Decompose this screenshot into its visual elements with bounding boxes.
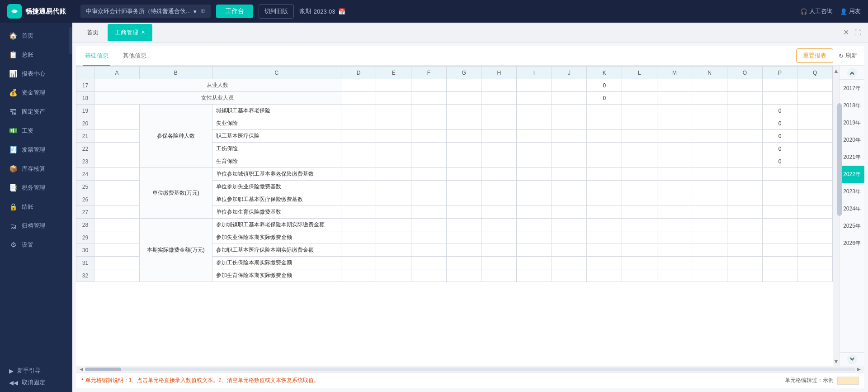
cell-b-19[interactable]: 参保各险种人数 <box>139 105 212 168</box>
cell-a-21[interactable] <box>94 130 140 143</box>
cell-I-27[interactable] <box>517 206 552 219</box>
tab-bizreg[interactable]: 工商管理 ✕ <box>108 24 152 41</box>
cell-I-29[interactable] <box>517 231 552 244</box>
cell-a-18[interactable]: 女性从业人员 <box>94 92 341 105</box>
cell-F-18[interactable] <box>411 92 447 105</box>
cell-F-22[interactable] <box>411 143 447 155</box>
cell-c-31[interactable]: 参加工伤保险本期实际缴费金额 <box>212 257 341 269</box>
cell-J-21[interactable] <box>552 130 587 143</box>
cell-G-18[interactable] <box>446 92 481 105</box>
cell-P-23[interactable]: 0 <box>762 155 797 168</box>
cell-J-20[interactable] <box>552 117 587 130</box>
cell-M-21[interactable] <box>657 130 692 143</box>
cell-P-25[interactable] <box>762 181 797 193</box>
cell-c-25[interactable]: 单位参加失业保险缴费基数 <box>212 181 341 193</box>
cell-a-25[interactable] <box>94 181 140 193</box>
cell-Q-26[interactable] <box>797 193 833 206</box>
year-item[interactable]: 2021年 <box>840 148 864 166</box>
cell-K-29[interactable] <box>587 231 622 244</box>
cell-N-18[interactable] <box>692 92 727 105</box>
year-item[interactable]: 2017年 <box>840 80 864 97</box>
cell-Q-20[interactable] <box>797 117 833 130</box>
cell-L-30[interactable] <box>622 244 657 257</box>
sidebar-item-report[interactable]: 📊 报表中心 <box>0 64 72 83</box>
cell-I-26[interactable] <box>517 193 552 206</box>
cell-H-22[interactable] <box>481 143 517 155</box>
cell-P-31[interactable] <box>762 257 797 269</box>
cell-Q-22[interactable] <box>797 143 833 155</box>
cell-J-28[interactable] <box>552 219 587 231</box>
cell-K-19[interactable] <box>587 105 622 117</box>
cell-K-31[interactable] <box>587 257 622 269</box>
cell-Q-25[interactable] <box>797 181 833 193</box>
cell-N-27[interactable] <box>692 206 727 219</box>
cell-F-32[interactable] <box>411 269 447 282</box>
cell-I-25[interactable] <box>517 181 552 193</box>
cell-F-26[interactable] <box>411 193 447 206</box>
cell-M-28[interactable] <box>657 219 692 231</box>
cell-E-31[interactable] <box>376 257 411 269</box>
sidebar-item-capital[interactable]: 💰 资金管理 <box>0 83 72 102</box>
cell-a-20[interactable] <box>94 117 140 130</box>
cell-L-18[interactable] <box>622 92 657 105</box>
cell-Q-18[interactable] <box>797 92 833 105</box>
company-selector[interactable]: 中审众环会计师事务所（特殊普通合伙... ▾ ⧉ <box>80 5 211 18</box>
cell-E-17[interactable] <box>376 79 411 92</box>
cell-J-30[interactable] <box>552 244 587 257</box>
service-button[interactable]: 🎧 人工咨询 <box>800 7 833 15</box>
cell-c-30[interactable]: 参加职工基本医疗保险本期实际缴费金额 <box>212 244 341 257</box>
refresh-button[interactable]: ↻ 刷新 <box>839 52 857 60</box>
cell-J-17[interactable] <box>552 79 587 92</box>
cell-O-21[interactable] <box>727 130 763 143</box>
cell-a-19[interactable] <box>94 105 140 117</box>
cell-J-29[interactable] <box>552 231 587 244</box>
cell-K-30[interactable] <box>587 244 622 257</box>
cell-K-18[interactable]: 0 <box>587 92 622 105</box>
cell-K-27[interactable] <box>587 206 622 219</box>
cell-E-19[interactable] <box>376 105 411 117</box>
cell-b-28[interactable]: 本期实际缴费金额(万元) <box>139 219 212 282</box>
vscroll-bar[interactable]: ▲ ▼ <box>833 66 839 366</box>
cell-H-28[interactable] <box>481 219 517 231</box>
cell-F-21[interactable] <box>411 130 447 143</box>
cell-P-32[interactable] <box>762 269 797 282</box>
year-item[interactable]: 2024年 <box>840 200 864 217</box>
cell-N-25[interactable] <box>692 181 727 193</box>
cell-J-27[interactable] <box>552 206 587 219</box>
cell-O-22[interactable] <box>727 143 763 155</box>
cell-N-19[interactable] <box>692 105 727 117</box>
cell-L-32[interactable] <box>622 269 657 282</box>
cell-Q-21[interactable] <box>797 130 833 143</box>
cell-P-17[interactable] <box>762 79 797 92</box>
cell-M-22[interactable] <box>657 143 692 155</box>
cell-G-31[interactable] <box>446 257 481 269</box>
cell-c-22[interactable]: 工伤保险 <box>212 143 341 155</box>
cell-L-20[interactable] <box>622 117 657 130</box>
cell-Q-23[interactable] <box>797 155 833 168</box>
cell-O-31[interactable] <box>727 257 763 269</box>
cell-c-23[interactable]: 生育保险 <box>212 155 341 168</box>
tab-close-icon[interactable]: ✕ <box>141 29 145 35</box>
tab-home[interactable]: 首页 <box>80 24 106 41</box>
cell-Q-28[interactable] <box>797 219 833 231</box>
cell-c-29[interactable]: 参加失业保险本期实际缴费金额 <box>212 231 341 244</box>
cell-N-28[interactable] <box>692 219 727 231</box>
cell-H-17[interactable] <box>481 79 517 92</box>
sidebar-item-home[interactable]: 🏠 首页 <box>0 26 72 45</box>
cell-K-17[interactable]: 0 <box>587 79 622 92</box>
cell-J-24[interactable] <box>552 168 587 181</box>
hscroll-bar[interactable]: ◄ ► <box>76 366 864 372</box>
cell-P-21[interactable]: 0 <box>762 130 797 143</box>
cell-D-30[interactable] <box>341 244 376 257</box>
cell-G-17[interactable] <box>446 79 481 92</box>
cell-a-29[interactable] <box>94 231 140 244</box>
cell-I-23[interactable] <box>517 155 552 168</box>
cell-L-29[interactable] <box>622 231 657 244</box>
cell-H-30[interactable] <box>481 244 517 257</box>
cell-L-22[interactable] <box>622 143 657 155</box>
cell-O-25[interactable] <box>727 181 763 193</box>
cell-O-20[interactable] <box>727 117 763 130</box>
cell-O-19[interactable] <box>727 105 763 117</box>
cell-L-17[interactable] <box>622 79 657 92</box>
year-item[interactable]: 2023年 <box>840 183 864 200</box>
